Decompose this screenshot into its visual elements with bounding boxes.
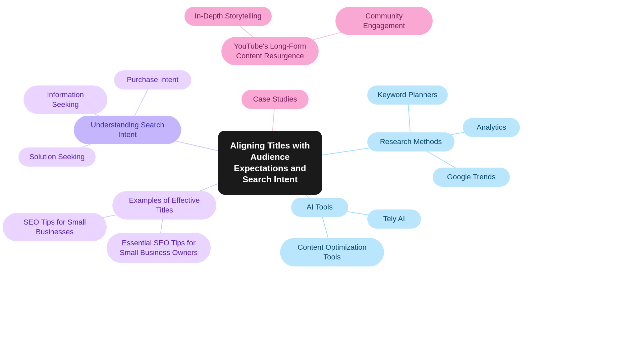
solution-seeking-label: Solution Seeking (29, 152, 85, 162)
information-seeking-node: Information Seeking (23, 85, 107, 114)
seo-tips-small-business-label: SEO Tips for Small Businesses (12, 218, 97, 237)
understanding-search-intent-label: Understanding Search Intent (83, 120, 172, 139)
case-studies-node: Case Studies (241, 90, 309, 109)
seo-tips-small-business-node: SEO Tips for Small Businesses (3, 213, 107, 241)
tely-ai-label: Tely AI (383, 214, 405, 224)
keyword-planners-node: Keyword Planners (367, 85, 448, 105)
community-engagement-node: Community Engagement (335, 7, 433, 35)
center-node: Aligning Titles with Audience Expectatio… (218, 131, 322, 195)
analytics-label: Analytics (477, 123, 506, 132)
content-optimization-tools-node: Content Optimization Tools (280, 238, 384, 266)
keyword-planners-label: Keyword Planners (378, 90, 438, 100)
information-seeking-label: Information Seeking (33, 90, 98, 109)
solution-seeking-node: Solution Seeking (18, 147, 96, 167)
analytics-node: Analytics (463, 118, 520, 137)
research-methods-label: Research Methods (380, 137, 442, 147)
google-trends-label: Google Trends (447, 172, 495, 182)
essential-seo-tips-node: Essential SEO Tips for Small Business Ow… (107, 233, 211, 263)
examples-effective-titles-node: Examples of Effective Titles (112, 191, 216, 220)
purchase-intent-label: Purchase Intent (127, 75, 178, 85)
ai-tools-node: AI Tools (291, 198, 348, 217)
research-methods-node: Research Methods (367, 132, 454, 152)
understanding-search-intent-node: Understanding Search Intent (74, 116, 181, 144)
essential-seo-tips-label: Essential SEO Tips for Small Business Ow… (116, 238, 201, 257)
in-depth-storytelling-node: In-Depth Storytelling (184, 7, 272, 26)
case-studies-label: Case Studies (253, 95, 297, 104)
tely-ai-node: Tely AI (367, 209, 421, 229)
center-label: Aligning Titles with Audience Expectatio… (228, 140, 312, 185)
community-engagement-label: Community Engagement (345, 11, 423, 31)
content-optimization-tools-label: Content Optimization Tools (289, 243, 375, 262)
youtube-longform-node: YouTube's Long-Form Content Resurgence (221, 37, 319, 65)
ai-tools-label: AI Tools (307, 202, 333, 212)
google-trends-node: Google Trends (433, 168, 510, 187)
examples-effective-titles-label: Examples of Effective Titles (122, 196, 207, 215)
purchase-intent-node: Purchase Intent (114, 70, 191, 89)
youtube-longform-label: YouTube's Long-Form Content Resurgence (231, 42, 309, 61)
in-depth-storytelling-label: In-Depth Storytelling (195, 11, 261, 21)
